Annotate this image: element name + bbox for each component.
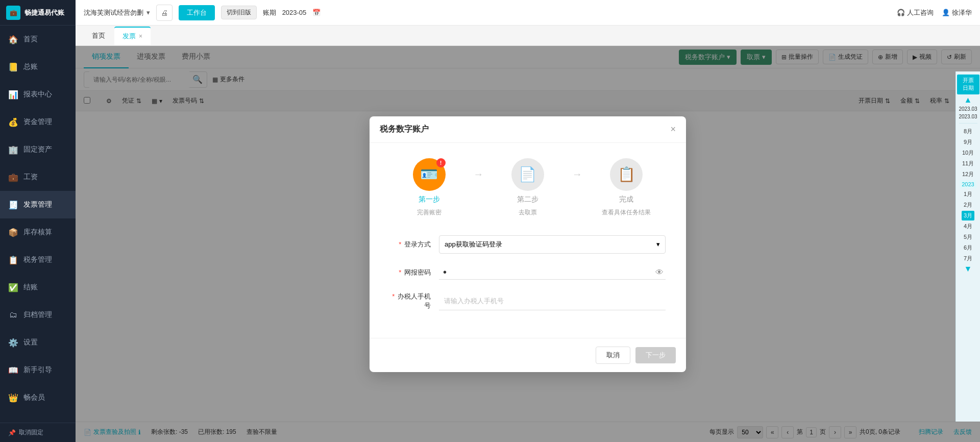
sidebar-item-label: 库存核算 — [23, 228, 52, 237]
sidebar-item-inventory[interactable]: 📦 库存核算 — [0, 218, 76, 246]
month-9[interactable]: 9月 — [962, 137, 974, 147]
period-label: 账期 2023-05 📅 — [263, 8, 321, 17]
dialog-footer: 取消 下一步 — [370, 338, 686, 372]
user-menu[interactable]: 👤 徐泽华 — [942, 8, 972, 17]
calendar-icon: 📅 — [312, 9, 321, 16]
switch-version-button[interactable]: 切到旧版 — [221, 6, 257, 19]
month-6[interactable]: 6月 — [962, 243, 974, 253]
month-12[interactable]: 12月 — [960, 169, 976, 179]
sidebar-item-funds[interactable]: 💰 资金管理 — [0, 108, 76, 136]
panel-expand-icon[interactable]: ▲ — [964, 95, 972, 105]
sidebar-cancel-pin[interactable]: 📌 取消固定 — [0, 423, 76, 442]
sidebar-item-label: 结账 — [23, 283, 38, 292]
content-area: 销项发票 进项发票 费用小票 税务数字账户 ▾ 取票 — [76, 46, 980, 442]
guide-icon: 📖 — [8, 365, 18, 375]
month-11[interactable]: 11月 — [960, 159, 976, 168]
sidebar-item-label: 总账 — [23, 62, 38, 71]
company-selector[interactable]: 沈海芙测试经营勿删 ▾ — [84, 8, 150, 17]
month-10[interactable]: 10月 — [960, 148, 976, 158]
phone-label: * 办税人手机号 — [390, 292, 431, 310]
tab-home[interactable]: 首页 — [84, 27, 113, 45]
month-7[interactable]: 7月 — [962, 254, 974, 263]
sidebar-item-invoice[interactable]: 🧾 发票管理 — [0, 191, 76, 218]
phone-input[interactable] — [439, 292, 666, 310]
period-value: 2023-05 — [282, 9, 307, 16]
sidebar-item-reports[interactable]: 📊 报表中心 — [0, 81, 76, 108]
year-2023[interactable]: 2023 — [960, 180, 976, 188]
step-3: 📋 完成 查看具体任务结果 — [587, 158, 666, 217]
logo-text: 畅捷通易代账 — [24, 8, 64, 17]
workbench-button[interactable]: 工作台 — [179, 5, 215, 20]
password-dot: • — [439, 266, 447, 278]
tab-close-icon[interactable]: × — [139, 33, 142, 40]
panel-collapse-icon[interactable]: ▼ — [964, 264, 972, 274]
sidebar-item-settlement[interactable]: ✅ 结账 — [0, 274, 76, 301]
sidebar-item-label: 固定资产 — [23, 145, 52, 154]
print-icon: 🖨 — [161, 9, 168, 17]
month-4[interactable]: 4月 — [962, 222, 974, 231]
print-button[interactable]: 🖨 — [156, 5, 173, 21]
login-method-select[interactable]: app获取验证码登录 ▾ — [439, 235, 666, 254]
password-row: * 网报密码 • 👁 — [390, 266, 666, 280]
dialog-body: 🪪 ! 第一步 完善账密 → 📄 — [370, 143, 686, 338]
open-date-panel-button[interactable]: 开票日期 — [957, 75, 979, 94]
logo-icon: 💼 — [6, 6, 20, 20]
step-1-badge: ! — [436, 158, 446, 167]
salary-icon: 💼 — [8, 173, 18, 182]
password-label: * 网报密码 — [390, 268, 431, 277]
sidebar-item-label: 报表中心 — [23, 90, 52, 99]
sidebar-item-label: 税务管理 — [23, 255, 52, 264]
step-3-sublabel: 查看具体任务结果 — [602, 208, 651, 217]
pin-icon: 📌 — [8, 429, 16, 436]
sidebar-item-member[interactable]: 👑 畅会员 — [0, 384, 76, 411]
next-step-button[interactable]: 下一步 — [635, 347, 676, 363]
dialog-title: 税务数字账户 — [380, 124, 429, 135]
step-1-icon: 🪪 ! — [413, 158, 446, 191]
sidebar-item-ledger[interactable]: 📒 总账 — [0, 53, 76, 81]
month-3-active[interactable]: 3月 — [962, 211, 974, 220]
step-1-sublabel: 完善账密 — [417, 208, 442, 217]
tab-invoice[interactable]: 发票 × — [114, 27, 151, 45]
sidebar-logo: 💼 畅捷通易代账 — [0, 0, 76, 26]
step-3-icon: 📋 — [610, 158, 643, 191]
sidebar-item-settings[interactable]: ⚙️ 设置 — [0, 329, 76, 356]
login-method-label: * 登录方式 — [390, 240, 431, 249]
sidebar-item-archive[interactable]: 🗂 归档管理 — [0, 301, 76, 329]
settings-icon: ⚙️ — [8, 338, 18, 348]
sidebar-item-home[interactable]: 🏠 首页 — [0, 26, 76, 53]
month-8[interactable]: 8月 — [962, 127, 974, 136]
member-icon: 👑 — [8, 393, 18, 403]
sidebar-item-salary[interactable]: 💼 工资 — [0, 163, 76, 191]
tax-icon: 📋 — [8, 255, 18, 265]
month-1[interactable]: 1月 — [962, 189, 974, 199]
inventory-icon: 📦 — [8, 228, 18, 237]
dialog-header: 税务数字账户 × — [370, 116, 686, 143]
month-5[interactable]: 5月 — [962, 232, 974, 242]
invoice-icon: 🧾 — [8, 200, 18, 210]
settlement-icon: ✅ — [8, 283, 18, 292]
panel-divider — [959, 123, 977, 124]
sidebar-item-tax[interactable]: 📋 税务管理 — [0, 246, 76, 274]
service-button[interactable]: 🎧 人工咨询 — [897, 8, 934, 17]
sidebar-item-assets[interactable]: 🏢 固定资产 — [0, 136, 76, 163]
sidebar: 💼 畅捷通易代账 🏠 首页 📒 总账 📊 报表中心 💰 资金管理 🏢 固定资产 … — [0, 0, 76, 442]
step-3-label: 完成 — [619, 195, 633, 204]
content-wrapper: 销项发票 进项发票 费用小票 税务数字账户 ▾ 取票 — [76, 46, 980, 442]
cancel-button[interactable]: 取消 — [596, 347, 630, 364]
step-arrow-1: → — [468, 168, 488, 180]
right-panel: 开票日期 ▲ 2023.03 2023.03 8月 9月 10月 11月 12月 — [955, 71, 980, 422]
sidebar-item-label: 设置 — [23, 338, 38, 347]
dialog-close-button[interactable]: × — [670, 124, 676, 135]
sidebar-item-guide[interactable]: 📖 新手引导 — [0, 356, 76, 384]
tabbar: 首页 发票 × — [76, 26, 980, 46]
month-2[interactable]: 2月 — [962, 200, 974, 210]
steps-indicator: 🪪 ! 第一步 完善账密 → 📄 — [390, 158, 666, 217]
sidebar-item-label: 发票管理 — [23, 200, 52, 209]
password-field: • 👁 — [439, 266, 666, 280]
step-1: 🪪 ! 第一步 完善账密 — [390, 158, 468, 217]
toggle-password-icon[interactable]: 👁 — [653, 266, 666, 279]
company-name: 沈海芙测试经营勿删 — [84, 8, 143, 17]
login-method-row: * 登录方式 app获取验证码登录 ▾ — [390, 235, 666, 254]
select-chevron-icon: ▾ — [656, 240, 660, 248]
sidebar-item-label: 归档管理 — [23, 310, 52, 320]
